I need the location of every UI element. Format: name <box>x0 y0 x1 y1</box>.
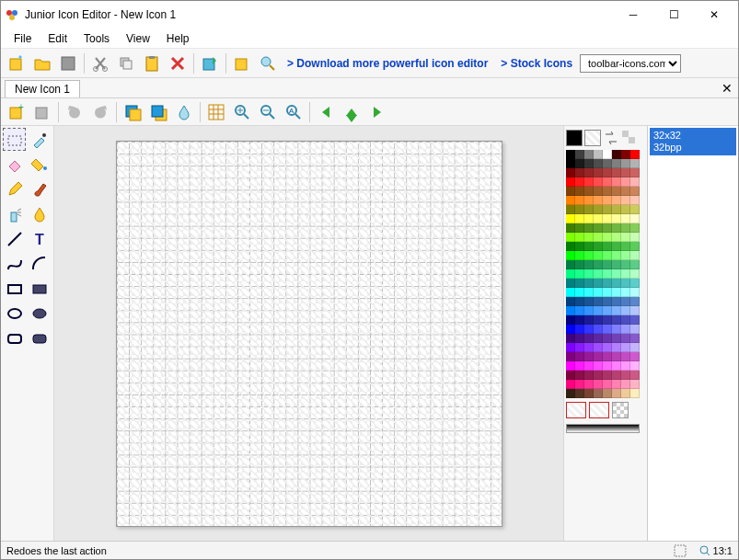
paste-button[interactable] <box>140 51 164 75</box>
menu-help[interactable]: Help <box>159 30 197 47</box>
palette-color[interactable] <box>575 288 584 297</box>
add-format-button[interactable]: + <box>5 100 29 124</box>
palette-color[interactable] <box>584 380 594 389</box>
curve-tool[interactable] <box>3 252 26 275</box>
palette-color[interactable] <box>603 306 612 315</box>
palette-color[interactable] <box>630 352 640 361</box>
droplet-button[interactable] <box>172 100 196 124</box>
palette-color[interactable] <box>621 269 630 279</box>
palette-color[interactable] <box>584 315 594 325</box>
palette-color[interactable] <box>575 352 584 361</box>
palette-color[interactable] <box>566 187 575 196</box>
palette-color[interactable] <box>566 269 575 279</box>
palette-color[interactable] <box>594 343 603 352</box>
select-tool[interactable] <box>3 128 26 151</box>
palette-color[interactable] <box>575 251 584 260</box>
palette-color[interactable] <box>630 269 640 279</box>
open-button[interactable] <box>30 51 54 75</box>
palette-color[interactable] <box>594 380 603 389</box>
palette-color[interactable] <box>621 315 630 325</box>
palette-color[interactable] <box>566 233 575 242</box>
palette-color[interactable] <box>575 380 584 389</box>
palette-color[interactable] <box>566 251 575 260</box>
palette-color[interactable] <box>630 168 640 177</box>
palette-color[interactable] <box>621 297 630 306</box>
palette-color[interactable] <box>612 361 621 371</box>
remove-format-button[interactable] <box>30 100 54 124</box>
background-swatch[interactable] <box>584 130 601 146</box>
undo-button[interactable] <box>63 100 87 124</box>
pencil-tool[interactable] <box>3 177 26 200</box>
palette-color[interactable] <box>594 205 603 214</box>
zoom-indicator[interactable]: 13:1 <box>699 545 733 556</box>
cut-button[interactable] <box>88 51 112 75</box>
palette-color[interactable] <box>621 380 630 389</box>
palette-color[interactable] <box>575 223 584 233</box>
save-button[interactable] <box>56 51 80 75</box>
tab-new-icon-1[interactable]: New Icon 1 <box>5 80 80 97</box>
palette-color[interactable] <box>603 371 612 380</box>
palette-color[interactable] <box>594 352 603 361</box>
palette-color[interactable] <box>594 260 603 269</box>
palette-color[interactable] <box>566 380 575 389</box>
palette-color[interactable] <box>575 159 584 168</box>
palette-color[interactable] <box>621 242 630 251</box>
palette-color[interactable] <box>621 168 630 177</box>
palette-color[interactable] <box>612 150 621 159</box>
menu-edit[interactable]: Edit <box>40 30 75 47</box>
palette-color[interactable] <box>603 233 612 242</box>
brightness-slider[interactable] <box>566 424 640 433</box>
format-item[interactable]: 32x32 32bpp <box>650 128 736 155</box>
palette-color[interactable] <box>612 196 621 205</box>
palette-color[interactable] <box>621 288 630 297</box>
palette-color[interactable] <box>621 260 630 269</box>
delete-button[interactable] <box>166 51 190 75</box>
palette-color[interactable] <box>630 343 640 352</box>
palette-color[interactable] <box>566 223 575 233</box>
palette-color[interactable] <box>603 352 612 361</box>
filled-rect-tool[interactable] <box>28 277 51 300</box>
palette-color[interactable] <box>630 260 640 269</box>
palette-color[interactable] <box>630 315 640 325</box>
palette-color[interactable] <box>603 269 612 279</box>
palette-color[interactable] <box>575 242 584 251</box>
palette-color[interactable] <box>630 159 640 168</box>
palette-color[interactable] <box>612 177 621 187</box>
palette-color[interactable] <box>584 343 594 352</box>
palette-color[interactable] <box>612 371 621 380</box>
grid-button[interactable] <box>204 100 228 124</box>
menu-tools[interactable]: Tools <box>76 30 117 47</box>
eyedropper-tool[interactable] <box>28 128 51 151</box>
palette-color[interactable] <box>584 334 594 343</box>
ellipse-tool[interactable] <box>3 302 26 325</box>
palette-color[interactable] <box>584 242 594 251</box>
palette-color[interactable] <box>575 334 584 343</box>
transparent-color[interactable] <box>612 402 629 418</box>
palette-color[interactable] <box>594 361 603 371</box>
palette-color[interactable] <box>566 150 575 159</box>
menu-file[interactable]: File <box>6 30 39 47</box>
foreground-swatch[interactable] <box>566 130 583 146</box>
palette-color[interactable] <box>612 187 621 196</box>
palette-color[interactable] <box>584 288 594 297</box>
palette-color[interactable] <box>603 205 612 214</box>
palette-color[interactable] <box>575 371 584 380</box>
zoom-actual-button[interactable]: A <box>282 100 306 124</box>
palette-color[interactable] <box>621 177 630 187</box>
palette-color[interactable] <box>584 214 594 223</box>
palette-color[interactable] <box>575 279 584 288</box>
transparent-swatch[interactable] <box>621 130 638 146</box>
palette-color[interactable] <box>621 251 630 260</box>
palette-color[interactable] <box>584 196 594 205</box>
palette-color[interactable] <box>621 196 630 205</box>
layer-front-button[interactable] <box>121 100 144 124</box>
palette-color[interactable] <box>594 306 603 315</box>
palette-color[interactable] <box>584 159 594 168</box>
swap-colors-button[interactable] <box>603 130 619 146</box>
palette-color[interactable] <box>575 150 584 159</box>
palette-color[interactable] <box>603 177 612 187</box>
palette-color[interactable] <box>630 251 640 260</box>
palette-color[interactable] <box>603 325 612 334</box>
palette-color[interactable] <box>603 279 612 288</box>
palette-color[interactable] <box>566 371 575 380</box>
